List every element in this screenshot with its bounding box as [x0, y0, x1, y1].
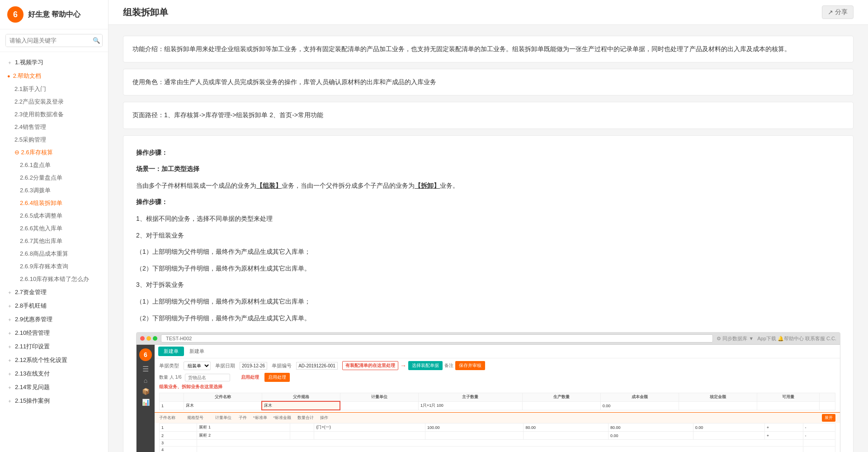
- ss-lower-col6: *标准金额: [274, 415, 292, 421]
- sidebar-item-coupon[interactable]: ＋ 2.9优惠券管理: [0, 313, 108, 326]
- sidebar-item-cost-adjust[interactable]: 2.6.5成本调整单: [0, 209, 108, 222]
- sidebar-section-label: 2.8手机旺铺: [15, 302, 47, 310]
- plus-icon: ＋: [7, 59, 12, 66]
- sidebar-section-label: 2.9优惠券管理: [15, 315, 52, 324]
- app-logo: 6: [7, 6, 24, 23]
- sidebar-item-print[interactable]: ＋ 2.11打印设置: [0, 340, 108, 353]
- plus-icon-print: ＋: [7, 343, 12, 350]
- table-row: 1 床木 床木 1只+1只 100 0.00: [160, 401, 835, 410]
- sidebar-item-faq[interactable]: ＋ 2.14常见问题: [0, 381, 108, 394]
- ss-lower-col5: *标准单: [253, 415, 267, 421]
- search-input[interactable]: [6, 34, 89, 47]
- sidebar-item-split-stocktake[interactable]: 2.6.2分量盘点单: [0, 171, 108, 184]
- ss-col-checkbox: [160, 393, 184, 402]
- sidebar-item-inventory-fix[interactable]: 2.6.10库存账本错了怎么办: [0, 273, 108, 285]
- topbar: 组装拆卸单 ↗ 分享: [108, 0, 868, 25]
- search-button[interactable]: 🔍: [89, 34, 103, 47]
- sidebar-nav: ＋ 1.视频学习 ● 2.帮助文档 2.1新手入门 2.2产品安装及登录 2.3…: [0, 52, 108, 452]
- ss-save-btn[interactable]: 保存并审核: [455, 361, 485, 370]
- step2-1: （1）上部明细为父件明细，最终作为产成品生成其它入库单；: [136, 246, 840, 258]
- scene1-title: 场景一：加工类型选择: [136, 163, 840, 175]
- ss-col-parent-name: 父件名称: [184, 393, 262, 402]
- ss-col-prod-qty: 生产数量: [522, 393, 600, 402]
- sidebar-item-data-prep[interactable]: 2.3使用前数据准备: [0, 108, 108, 121]
- ss-col-cost-amt: 成本金额: [600, 393, 679, 402]
- step3-1: （1）上部明细为父件明细，最终作为原材料生成其它出库单；: [136, 295, 840, 308]
- ss-tab-edit[interactable]: 新建单: [187, 347, 207, 356]
- ops-steps-label: 操作步骤：: [136, 196, 840, 208]
- sidebar-item-transfer[interactable]: 2.6.3调拨单: [0, 184, 108, 197]
- sidebar-item-payment[interactable]: ＋ 2.13在线支付: [0, 367, 108, 381]
- ss-select-btn[interactable]: 选择装配单据: [408, 361, 443, 370]
- sidebar-section-label: 2.12系统个性化设置: [15, 356, 67, 364]
- ss-col-approved-amt: 核定金额: [679, 393, 757, 402]
- ss-type-select[interactable]: 组装单 拆卸单: [184, 362, 211, 370]
- ss-logo: 6: [139, 348, 152, 361]
- ss-type-label: 单据类型: [159, 362, 179, 369]
- sidebar-header: 6 好生意 帮助中心: [0, 0, 108, 29]
- sidebar-item-personalize[interactable]: ＋ 2.12系统个性化设置: [0, 353, 108, 367]
- table-row-lower-2: 2 展柜 2 0.00 + -: [160, 432, 835, 440]
- sidebar: 6 好生意 帮助中心 🔍 ＋ 1.视频学习 ● 2.帮助文档 2.1新手入门 2…: [0, 0, 108, 452]
- plus-icon-payment: ＋: [7, 371, 12, 377]
- page-title: 组装拆卸单: [123, 6, 168, 19]
- table-row-lower-1: 1 展柜 1 (门+(一) 100.00 80.00 80.00 0.00 +: [160, 423, 835, 432]
- ss-lower-col4: 子件: [239, 415, 247, 421]
- ss-lower-col8: 操作: [320, 415, 328, 421]
- sidebar-item-purchase[interactable]: 2.5采购管理: [0, 133, 108, 146]
- sidebar-item-operations[interactable]: ＋ 2.10经营管理: [0, 326, 108, 340]
- step2-2: （2）下部明细为子件明细，最终作为原材料生成其它出库单。: [136, 262, 840, 275]
- ss-expand-btn[interactable]: 展开: [822, 414, 835, 422]
- path-text: 页面路径：1、库存核算->库存管理->组装拆卸单 2、首页->常用功能: [132, 111, 323, 119]
- ss-col-main-qty: 主子数量: [418, 393, 522, 402]
- path-box: 页面路径：1、库存核算->库存管理->组装拆卸单 2、首页->常用功能: [123, 102, 854, 128]
- sidebar-item-stocktake[interactable]: 2.6.1盘点单: [0, 159, 108, 171]
- sidebar-item-cost-recalc[interactable]: 2.6.8商品成本重算: [0, 247, 108, 260]
- intro-text: 功能介绍：组装拆卸单用来处理企业组装或拆卸等加工业务，支持有固定装配清单的产品加…: [132, 45, 791, 52]
- sidebar-section-label: 2.帮助文档: [13, 72, 42, 80]
- step3-2: （2）下部明细为子件明细，最终作为产成品生成其它入库单。: [136, 312, 840, 324]
- sidebar-item-mobile[interactable]: ＋ 2.8手机旺铺: [0, 299, 108, 313]
- plus-icon-mobile: ＋: [7, 303, 12, 309]
- table-row-lower-4: 4: [160, 447, 835, 452]
- share-button[interactable]: ↗ 分享: [822, 5, 854, 19]
- main-area: 组装拆卸单 ↗ 分享 功能介绍：组装拆卸单用来处理企业组装或拆卸等加工业务，支持…: [108, 0, 868, 452]
- ss-annotation3: 启用处理: [241, 374, 259, 381]
- ss-goods-search[interactable]: [185, 374, 230, 381]
- share-icon: ↗: [828, 9, 833, 16]
- sidebar-section-label: 2.11打印设置: [15, 343, 50, 351]
- sidebar-item-inventory-ledger[interactable]: 2.6.9库存账本查询: [0, 260, 108, 273]
- sidebar-section-label: 2.15操作案例: [15, 397, 50, 405]
- plus-icon-finance: ＋: [7, 289, 12, 296]
- sidebar-item-beginner[interactable]: 2.1新手入门: [0, 83, 108, 95]
- sidebar-item-inventory[interactable]: ⊖ 2.6库存核算: [0, 146, 108, 159]
- sidebar-item-cases[interactable]: ＋ 2.15操作案例: [0, 394, 108, 408]
- sidebar-item-other-out[interactable]: 2.6.7其他出库单: [0, 235, 108, 247]
- ss-box-icon: 📦: [142, 388, 150, 395]
- sidebar-item-finance[interactable]: ＋ 2.7资金管理: [0, 285, 108, 299]
- sidebar-item-sales[interactable]: 2.4销售管理: [0, 121, 108, 133]
- ss-chart-icon: 📊: [142, 399, 150, 406]
- step2: 2、对于组装业务: [136, 229, 840, 242]
- ss-search-label: 数量 人 1/6: [159, 374, 181, 381]
- sidebar-item-help-docs[interactable]: ● 2.帮助文档: [0, 69, 108, 83]
- ss-tab-new[interactable]: 新建单: [158, 347, 184, 356]
- operations-section: 操作步骤： 场景一：加工类型选择 当由多个子件材料组装成一个成品的业务为【组装】…: [123, 135, 854, 452]
- share-label: 分享: [835, 8, 848, 16]
- sidebar-section-label: 2.14常见问题: [15, 383, 50, 391]
- search-box[interactable]: 🔍: [5, 34, 103, 47]
- ops-title: 操作步骤：: [136, 147, 840, 159]
- ss-annotation1: 有装配清单的在这里处理: [342, 361, 398, 370]
- screenshot-container: TEST-H002 ⚙ 同步数据库 ▼ App下载 🔔帮助中心 联系客服 C.C…: [136, 332, 840, 452]
- ss-qr-btn[interactable]: 启用处理: [264, 373, 290, 382]
- intro-box: 功能介绍：组装拆卸单用来处理企业组装或拆卸等加工业务，支持有固定装配清单的产品加…: [123, 36, 854, 62]
- sidebar-item-video-learning[interactable]: ＋ 1.视频学习: [0, 56, 108, 69]
- sidebar-item-other-in[interactable]: 2.6.6其他入库单: [0, 222, 108, 235]
- sidebar-item-assembly[interactable]: 2.6.4组装拆卸单: [0, 197, 108, 209]
- ss-red-border-cell: 床木: [262, 401, 340, 410]
- sidebar-section-label: 2.10经营管理: [15, 329, 50, 337]
- ss-col-actions: [820, 393, 835, 402]
- ss-nav-icon: ☰: [142, 365, 149, 373]
- plus-icon-coupon: ＋: [7, 316, 12, 323]
- sidebar-item-install[interactable]: 2.2产品安装及登录: [0, 95, 108, 108]
